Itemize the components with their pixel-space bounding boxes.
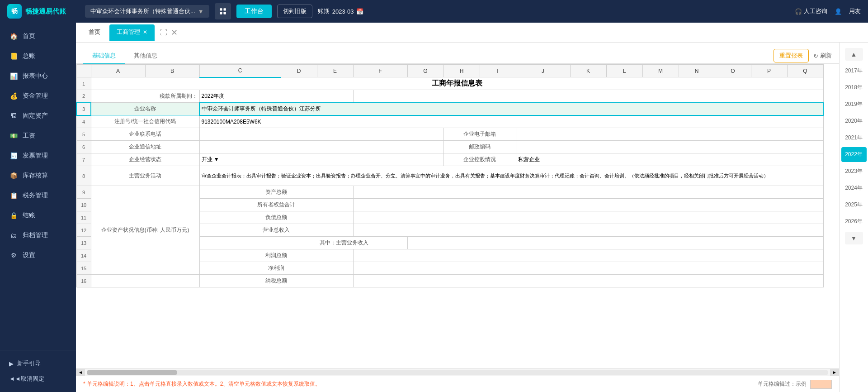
spreadsheet-wrapper[interactable]: A B C D E F G H I J — [76, 64, 839, 368]
reset-report-button[interactable]: 重置报表 — [774, 49, 809, 62]
tab-ic-manage[interactable]: 工商管理 ✕ — [109, 24, 155, 41]
sidebar-item-close[interactable]: 🔒 结账 — [0, 206, 76, 225]
period-value-cell[interactable]: 2022年度 — [199, 90, 353, 103]
main-revenue-value[interactable] — [407, 237, 823, 249]
sub-tab-basic[interactable]: 基础信息 — [83, 48, 125, 64]
close-all-button[interactable]: ✕ — [171, 28, 178, 38]
sidebar-item-archive[interactable]: 🗂 归档管理 — [0, 225, 76, 245]
sidebar-finance-label: 资金管理 — [23, 92, 48, 100]
h-scroll-left[interactable]: ◄ — [76, 369, 85, 376]
liabilities-value[interactable] — [353, 211, 823, 224]
top-header: 畅 畅捷通易代账 中审众环会计师事务所（特殊普通合伙... ▼ 工作台 切到旧版… — [0, 0, 868, 23]
email-value[interactable] — [516, 128, 823, 141]
row-num-12: 12 — [76, 224, 91, 237]
year-2017[interactable]: 2017年 — [841, 63, 867, 78]
pin-label: ◄◄取消固定 — [9, 375, 44, 383]
h-scroll-right[interactable]: ► — [830, 369, 839, 376]
total-profit-value[interactable] — [353, 249, 823, 262]
table-row: 16 纳税总额 — [76, 275, 823, 287]
equity-label: 所有者权益合计 — [199, 199, 353, 211]
equity-value[interactable] — [353, 199, 823, 211]
holding-value[interactable]: 私营企业 — [516, 153, 823, 166]
status-right: 单元格编辑过：示例 — [758, 380, 832, 389]
address-value[interactable] — [199, 141, 443, 153]
year-scroll-up[interactable]: ▲ — [845, 48, 863, 61]
new-guide-button[interactable]: ▶ 新手引导 — [0, 356, 76, 371]
sub-tab-other-label: 其他信息 — [134, 52, 157, 59]
sidebar-item-invoice[interactable]: 🧾 发票管理 — [0, 146, 76, 166]
year-2024[interactable]: 2024年 — [841, 181, 867, 196]
salary-icon: 💵 — [9, 131, 18, 140]
row-num-3: 3 — [76, 103, 91, 115]
reg-code-value[interactable]: 91320100MA208E5W6K — [199, 115, 823, 128]
net-profit-value[interactable] — [353, 262, 823, 275]
service-button[interactable]: 🎧 人工咨询 — [795, 7, 827, 15]
total-revenue-value[interactable] — [353, 224, 823, 237]
sidebar-item-ledger[interactable]: 📒 总账 — [0, 46, 76, 66]
sidebar-item-inventory[interactable]: 📦 库存核算 — [0, 166, 76, 186]
row-num-8: 8 — [76, 166, 91, 186]
unpin-button[interactable]: ◄◄取消固定 — [0, 371, 76, 387]
table-row: 2 税款所属期间： 2022年度 — [76, 90, 823, 103]
h-scroll-bar[interactable]: ◄ ► — [76, 368, 839, 376]
ledger-icon: 📒 — [9, 52, 18, 61]
sidebar-item-report[interactable]: 📊 报表中心 — [0, 66, 76, 86]
year-scroll-down[interactable]: ▼ — [845, 232, 863, 244]
col-q-header: Q — [787, 65, 823, 77]
sidebar-item-tax[interactable]: 📋 税务管理 — [0, 186, 76, 206]
sidebar-item-home[interactable]: 🏠 首页 — [0, 26, 76, 46]
row-num-9: 9 — [76, 186, 91, 199]
address-label: 企业通信地址 — [91, 141, 199, 153]
sidebar-item-finance[interactable]: 💰 资金管理 — [0, 86, 76, 106]
main-layout: 🏠 首页 📒 总账 📊 报表中心 💰 资金管理 🏗 固定资产 💵 工资 🧾 发票… — [0, 23, 868, 392]
period-area: 账期 2023-03 📅 — [318, 7, 364, 15]
sidebar-item-salary[interactable]: 💵 工资 — [0, 126, 76, 146]
postcode-value[interactable] — [516, 141, 823, 153]
fullscreen-icon[interactable]: ⛶ — [160, 29, 167, 37]
title-cell[interactable]: 工商年报信息表 — [91, 77, 823, 90]
sub-tab-other[interactable]: 其他信息 — [125, 48, 166, 64]
row9-merged-label: 企业资产状况信息(币种: 人民币万元) — [91, 186, 199, 275]
table-row: 5 企业联系电话 企业电子邮箱 — [76, 128, 823, 141]
inventory-icon: 📦 — [9, 171, 18, 180]
row13-indent — [199, 237, 281, 249]
sidebar-item-settings[interactable]: ⚙ 设置 — [0, 245, 76, 265]
sidebar-item-assets[interactable]: 🏗 固定资产 — [0, 106, 76, 126]
year-2026[interactable]: 2026年 — [841, 214, 867, 229]
company-name-value-cell[interactable]: 中审众环会计师事务所（特殊普通合伙）江苏分所 — [199, 103, 823, 115]
company-selector[interactable]: 中审众环会计师事务所（特殊普通合伙... ▼ — [85, 5, 209, 18]
switch-version-button[interactable]: 切到旧版 — [277, 5, 312, 18]
year-2019[interactable]: 2019年 — [841, 97, 867, 112]
example-cell — [810, 380, 832, 389]
status-note: * 单元格编辑说明：1、点击单元格直接录入数值或文本。2、清空单元格数值或文本恢… — [83, 380, 321, 388]
phone-value[interactable] — [199, 128, 443, 141]
year-2025[interactable]: 2025年 — [841, 197, 867, 212]
archive-icon: 🗂 — [9, 231, 18, 240]
year-2018[interactable]: 2018年 — [841, 80, 867, 95]
main-biz-value[interactable]: 审查企业会计报表；出具审计报告；验证企业资本；出具验资报告；办理企业合开、分立、… — [199, 166, 823, 186]
year-2021[interactable]: 2021年 — [841, 130, 867, 145]
company-dropdown-arrow: ▼ — [198, 8, 204, 15]
h-scroll-thumb[interactable] — [87, 370, 177, 375]
h-scroll-track[interactable] — [87, 370, 828, 375]
refresh-button[interactable]: ↻ 刷新 — [813, 52, 832, 60]
calendar-icon[interactable]: 📅 — [356, 8, 363, 15]
liabilities-label: 负债总额 — [199, 211, 353, 224]
corner-cell — [76, 65, 91, 77]
logo-icon: 畅 — [7, 4, 22, 19]
total-tax-value[interactable] — [353, 275, 823, 287]
workbench-button[interactable]: 工作台 — [236, 5, 272, 18]
year-2023[interactable]: 2023年 — [841, 164, 867, 179]
total-assets-value[interactable] — [353, 186, 823, 199]
reg-code-label: 注册号/统一社会信用代码 — [91, 115, 199, 128]
svg-rect-0 — [220, 8, 222, 10]
col-n-header: N — [679, 65, 715, 77]
biz-status-value[interactable]: 开业 ▼ — [199, 153, 443, 166]
close-period-icon: 🔒 — [9, 211, 18, 220]
year-2022[interactable]: 2022年 — [841, 147, 867, 162]
company-icon-btn[interactable] — [215, 3, 231, 19]
tab-home[interactable]: 首页 — [81, 24, 108, 41]
tab-ic-close[interactable]: ✕ — [143, 29, 147, 35]
table-row: 8 主营业务活动 审查企业会计报表；出具审计报告；验证企业资本；出具验资报告；办… — [76, 166, 823, 186]
year-2020[interactable]: 2020年 — [841, 114, 867, 129]
